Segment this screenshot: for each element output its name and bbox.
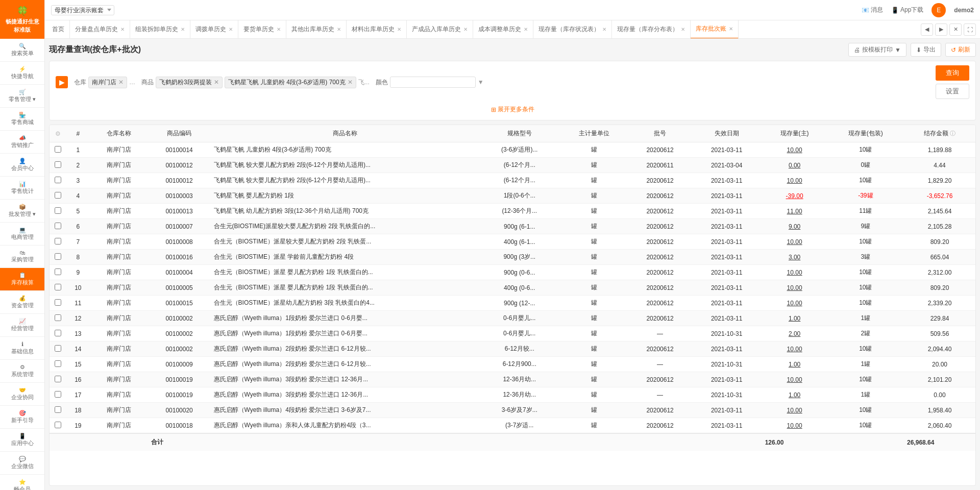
row-stock-main[interactable]: 10.00 xyxy=(762,173,827,188)
app-download-link[interactable]: 📱 App下载 xyxy=(891,6,923,14)
row-check[interactable] xyxy=(50,265,66,280)
sidebar-item-enterprise_collab[interactable]: 🤝企业协同 xyxy=(0,383,44,406)
tab-close-product_in_history[interactable]: ✕ xyxy=(463,27,468,32)
row-check[interactable] xyxy=(50,234,66,250)
table-scroll[interactable]: ⚙ # 仓库名称 商品编码 商品名称 规格型号 主计量单位 批号 失效日期 现存… xyxy=(50,125,975,485)
sidebar-item-retail_stats[interactable]: 📊零售统计 xyxy=(0,177,44,200)
tab-close-other_outbound_history[interactable]: ✕ xyxy=(337,27,341,32)
account-selector[interactable]: 母婴行业演示账套 xyxy=(51,5,114,15)
tab-close-split_inventory_history[interactable]: ✕ xyxy=(120,27,125,32)
row-stock-main[interactable]: 10.00 xyxy=(762,372,827,387)
tab-home[interactable]: 首页 xyxy=(47,20,70,39)
row-check[interactable] xyxy=(50,188,66,204)
row-stock-main[interactable]: 10.00 xyxy=(762,341,827,357)
tab-close-request_history[interactable]: ✕ xyxy=(277,27,281,32)
tab-request_history[interactable]: 要货单历史✕ xyxy=(238,20,286,39)
tab-batch_voucher[interactable]: 库存批次账✕ xyxy=(691,20,739,39)
export-button[interactable]: ⬇ 导出 xyxy=(911,43,941,57)
sidebar-item-finance_mgmt[interactable]: 💰资金管理 xyxy=(0,291,44,314)
row-check[interactable] xyxy=(50,357,66,372)
balance-info-icon[interactable]: ⓘ xyxy=(950,130,955,136)
tab-close-material_out_history[interactable]: ✕ xyxy=(397,27,401,32)
row-stock-main[interactable]: 1.00 xyxy=(762,387,827,403)
tab-inventory_dist[interactable]: 现存量（库存分布表）✕ xyxy=(612,20,691,39)
row-check[interactable] xyxy=(50,418,66,434)
tab-close-inventory_status[interactable]: ✕ xyxy=(602,27,606,32)
sidebar-item-wholesale_mgmt[interactable]: 📦批发管理 ▾ xyxy=(0,200,44,223)
row-stock-main[interactable]: 0.00 xyxy=(762,158,827,173)
row-stock-main[interactable]: 10.00 xyxy=(762,280,827,296)
row-stock-main[interactable]: 1.00 xyxy=(762,357,827,372)
row-check[interactable] xyxy=(50,372,66,387)
product-more[interactable]: 飞... xyxy=(358,78,370,87)
warehouse-tag-remove[interactable]: ✕ xyxy=(118,79,124,86)
sidebar-item-system_mgmt[interactable]: ⚙系统管理 xyxy=(0,360,44,383)
row-stock-main[interactable]: 10.00 xyxy=(762,142,827,158)
sidebar-item-basic_info[interactable]: ℹ基础信息 xyxy=(0,337,44,360)
row-check[interactable] xyxy=(50,204,66,219)
refresh-button[interactable]: ↺ 刷新 xyxy=(945,43,976,57)
tab-pickup_history[interactable]: 调拨单历史✕ xyxy=(190,20,238,39)
tab-fullscreen[interactable]: ⛶ xyxy=(964,23,976,36)
sidebar-item-enterprise_wechat[interactable]: 💬企业微信 xyxy=(0,452,44,475)
tab-close-disassembly_history[interactable]: ✕ xyxy=(181,27,185,32)
row-check[interactable] xyxy=(50,250,66,265)
tab-close-pickup_history[interactable]: ✕ xyxy=(229,27,233,32)
sidebar-item-retail_mgmt[interactable]: 🛒零售管理 ▾ xyxy=(0,85,44,108)
settings-col-header[interactable]: ⚙ xyxy=(50,125,66,142)
sidebar-item-marketing[interactable]: 📣营销推广 xyxy=(0,131,44,154)
row-check[interactable] xyxy=(50,173,66,188)
row-stock-main[interactable]: 10.00 xyxy=(762,296,827,311)
sidebar-item-search[interactable]: 🔍搜索英单 xyxy=(0,39,44,62)
product-tag-1-remove[interactable]: ✕ xyxy=(214,79,219,86)
tab-product_in_history[interactable]: 产成品入库单历史✕ xyxy=(407,20,473,39)
sidebar-item-new_guide[interactable]: 🎯新手引导 xyxy=(0,406,44,429)
row-stock-main[interactable]: 10.00 xyxy=(762,403,827,418)
expand-more-button[interactable]: ⊞ 展开更多条件 xyxy=(487,103,538,116)
tab-cost_adjust_history[interactable]: 成本调整单历史✕ xyxy=(473,20,533,39)
tab-scroll-left[interactable]: ◀ xyxy=(921,23,933,36)
tab-scroll-right[interactable]: ▶ xyxy=(935,23,947,36)
sidebar-item-inventory_check[interactable]: 📋库存核算 xyxy=(0,268,44,291)
product-tag-2-remove[interactable]: ✕ xyxy=(348,79,353,86)
sidebar-item-member_center[interactable]: 👤会员中心 xyxy=(0,154,44,177)
row-stock-main[interactable]: 10.00 xyxy=(762,418,827,434)
sidebar-item-ops_mgmt[interactable]: 📈经营管理 xyxy=(0,314,44,337)
row-check[interactable] xyxy=(50,219,66,234)
sidebar-item-ecommerce[interactable]: 💻电商管理 xyxy=(0,223,44,246)
sidebar-item-retail_shop[interactable]: 🏪零售商城 xyxy=(0,108,44,131)
sidebar-item-purchase_mgmt[interactable]: 🛍采购管理 xyxy=(0,246,44,268)
message-link[interactable]: 📧 消息 xyxy=(862,6,883,14)
row-stock-main[interactable]: 11.00 xyxy=(762,204,827,219)
print-button[interactable]: 🖨 按模板打印 ▼ xyxy=(848,43,906,57)
expand-filter-button[interactable]: ▶ xyxy=(56,76,68,88)
query-button[interactable]: 查询 xyxy=(936,65,969,81)
row-stock-main[interactable]: 1.00 xyxy=(762,311,827,326)
row-stock-main[interactable]: -39.00 xyxy=(762,188,827,204)
row-check[interactable] xyxy=(50,142,66,158)
row-stock-main[interactable]: 9.00 xyxy=(762,219,827,234)
sidebar-item-member_plus[interactable]: ⭐畅会员 xyxy=(0,475,44,490)
row-check[interactable] xyxy=(50,326,66,341)
row-stock-main[interactable]: 10.00 xyxy=(762,234,827,250)
user-avatar[interactable]: E xyxy=(932,3,946,17)
row-check[interactable] xyxy=(50,158,66,173)
row-check[interactable] xyxy=(50,296,66,311)
row-check[interactable] xyxy=(50,403,66,418)
tab-split_inventory_history[interactable]: 分量盘点单历史✕ xyxy=(70,20,130,39)
tab-material_out_history[interactable]: 材料出库单历史✕ xyxy=(347,20,407,39)
color-input[interactable] xyxy=(390,77,476,88)
row-check[interactable] xyxy=(50,341,66,357)
tab-inventory_status[interactable]: 现存量（库存状况表）✕ xyxy=(533,20,612,39)
row-check[interactable] xyxy=(50,311,66,326)
tab-other_outbound_history[interactable]: 其他出库单历史✕ xyxy=(286,20,347,39)
tab-close-all[interactable]: ✕ xyxy=(949,23,962,36)
tab-close-inventory_dist[interactable]: ✕ xyxy=(681,27,685,32)
tab-close-cost_adjust_history[interactable]: ✕ xyxy=(524,27,528,32)
sidebar-item-quicknav[interactable]: ⚡快捷导航 xyxy=(0,62,44,85)
row-check[interactable] xyxy=(50,280,66,296)
tab-close-batch_voucher[interactable]: ✕ xyxy=(729,26,733,32)
warehouse-more[interactable]: … xyxy=(129,79,135,86)
color-dropdown-icon[interactable]: ▼ xyxy=(478,79,484,86)
row-stock-main[interactable]: 3.00 xyxy=(762,250,827,265)
